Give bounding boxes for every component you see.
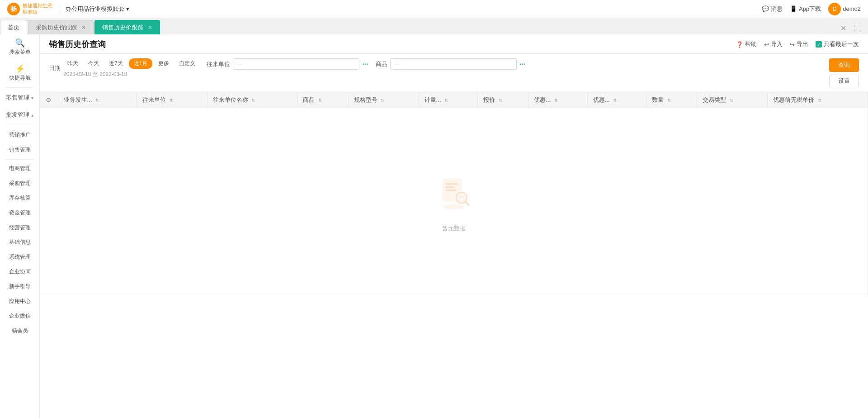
sidebar-item-retail[interactable]: 零售管理 ▾ <box>0 90 39 107</box>
date-filter-group: 昨天 今天 近7天 近1月 更多 自定义 2023-02-18 至 2023-0… <box>63 58 199 78</box>
sidebar-item-sales[interactable]: 销售管理 <box>0 143 39 158</box>
th-qty[interactable]: 数量 ⇅ <box>646 92 697 108</box>
tab-purchase-history[interactable]: 采购历史价跟踪 ✕ <box>28 20 94 34</box>
user-profile[interactable]: D demo2 <box>828 3 861 15</box>
sidebar-divider-3 <box>5 159 34 160</box>
th-price[interactable]: 报价 ⇅ <box>478 92 528 108</box>
th-settings: ⚙ <box>40 92 58 108</box>
logo-icon: 畅 <box>7 3 20 15</box>
sidebar-item-finance[interactable]: 资金管理 <box>0 206 39 221</box>
page-header: 销售历史价查询 ❓ 帮助 ↩ 导入 ↪ 导出 ✓ 只看最后一次 <box>40 34 868 54</box>
sidebar-item-marketing[interactable]: 营销推广 <box>0 128 39 143</box>
th-discount1[interactable]: 优惠... ⇅ <box>528 92 587 108</box>
table-settings-gear-icon[interactable]: ⚙ <box>46 96 52 104</box>
query-button[interactable]: 查询 <box>829 58 859 72</box>
import-button[interactable]: ↩ 导入 <box>764 40 783 48</box>
sidebar-item-cooperation[interactable]: 企业协同 <box>0 265 39 280</box>
sidebar-item-basic[interactable]: 基础信息 <box>0 235 39 250</box>
date-btn-yesterday[interactable]: 昨天 <box>63 58 82 69</box>
th-partner-code[interactable]: 往来单位 ⇅ <box>137 92 207 108</box>
settings-button[interactable]: 设置 <box>829 75 859 87</box>
content-area: 销售历史价查询 ❓ 帮助 ↩ 导入 ↪ 导出 ✓ 只看最后一次 <box>40 34 868 418</box>
chevron-down-icon: ▾ <box>126 5 129 12</box>
date-btn-1month[interactable]: 近1月 <box>129 58 153 69</box>
sidebar-divider-1 <box>5 87 34 88</box>
close-purchase-tab-icon[interactable]: ✕ <box>81 24 86 31</box>
filter-row: 日期 昨天 今天 近7天 近1月 更多 自定义 2023-02-18 至 202… <box>40 54 868 92</box>
message-button[interactable]: 💬 消息 <box>762 5 783 13</box>
topbar-left: 畅 畅捷通好生意 标准版 办公用品行业模拟账套 ▾ <box>7 3 129 15</box>
partner-picker-icon[interactable]: ··· <box>362 60 368 68</box>
sidebar-item-search[interactable]: 🔍 搜索菜单 <box>0 34 39 60</box>
tabs-actions: ✕ ⛶ <box>839 22 868 34</box>
th-biz-date[interactable]: 业务发生... ⇅ <box>58 92 137 108</box>
date-filter-cell: 日期 昨天 今天 近7天 近1月 更多 自定义 2023-02-18 至 202… <box>49 58 199 78</box>
th-trade-type[interactable]: 交易类型 ⇅ <box>697 92 768 108</box>
export-icon: ↪ <box>790 41 795 48</box>
th-spec[interactable]: 规格型号 ⇅ <box>348 92 419 108</box>
sidebar-item-inventory[interactable]: 库存核算 <box>0 191 39 206</box>
svg-point-7 <box>458 195 465 201</box>
logo-text: 畅捷通好生意 标准版 <box>23 3 52 14</box>
date-buttons: 昨天 今天 近7天 近1月 更多 自定义 <box>63 58 199 69</box>
logo-area: 畅 畅捷通好生意 标准版 <box>7 3 52 15</box>
table-header-row: ⚙ 业务发生... ⇅ 往来单位 ⇅ 往来单位名称 ⇅ <box>40 92 868 108</box>
close-all-tabs-button[interactable]: ✕ <box>839 22 848 34</box>
svg-rect-4 <box>445 190 456 191</box>
svg-point-0 <box>444 204 464 209</box>
date-btn-today[interactable]: 今天 <box>84 58 103 69</box>
data-table: ⚙ 业务发生... ⇅ 往来单位 ⇅ 往来单位名称 ⇅ <box>40 92 868 296</box>
partner-input[interactable] <box>233 58 359 70</box>
export-button[interactable]: ↪ 导出 <box>790 40 808 48</box>
sort-icon-discount2: ⇅ <box>613 98 617 103</box>
only-last-checkbox[interactable]: ✓ <box>816 41 822 48</box>
shortcut-icon: ⚡ <box>15 64 25 74</box>
sidebar-item-guide[interactable]: 新手引导 <box>0 280 39 294</box>
th-discount2[interactable]: 优惠... ⇅ <box>587 92 646 108</box>
main-layout: 🔍 搜索菜单 ⚡ 快捷导航 零售管理 ▾ 批发管理 ▴ 营销推广 销售管理 电商… <box>0 34 868 418</box>
sidebar-item-purchase[interactable]: 采购管理 <box>0 176 39 191</box>
goods-picker-icon[interactable]: ··· <box>519 60 525 68</box>
sidebar-item-member[interactable]: 畅会员 <box>0 324 39 339</box>
tab-home[interactable]: 首页 <box>0 20 27 34</box>
sort-icon-goods: ⇅ <box>318 98 322 103</box>
goods-filter-cell: 商品 ··· <box>376 58 525 70</box>
sidebar-item-shortcut[interactable]: ⚡ 快捷导航 <box>0 60 39 86</box>
sidebar-item-system[interactable]: 系统管理 <box>0 250 39 265</box>
empty-state-row: 暂元数据 <box>40 108 868 296</box>
sidebar-item-operations[interactable]: 经营管理 <box>0 221 39 236</box>
th-unit[interactable]: 计量... ⇅ <box>419 92 477 108</box>
sidebar-item-enterprise-wechat[interactable]: 企业微信 <box>0 309 39 324</box>
sidebar-item-ecommerce[interactable]: 电商管理 <box>0 162 39 176</box>
page-title: 销售历史价查询 <box>49 39 106 50</box>
date-btn-custom[interactable]: 自定义 <box>175 58 199 69</box>
sort-icon-unit: ⇅ <box>444 98 448 103</box>
sort-icon-partner-code: ⇅ <box>169 98 173 103</box>
sidebar-item-wholesale[interactable]: 批发管理 ▴ <box>0 107 39 124</box>
only-last-checkbox-label[interactable]: ✓ 只看最后一次 <box>816 40 859 48</box>
tab-sales-history[interactable]: 销售历史价跟踪 ✕ <box>94 20 160 34</box>
sidebar-divider-2 <box>5 126 34 126</box>
sidebar-item-appcenter[interactable]: 应用中心 <box>0 294 39 309</box>
empty-state-text: 暂元数据 <box>442 224 466 233</box>
sidebar: 🔍 搜索菜单 ⚡ 快捷导航 零售管理 ▾ 批发管理 ▴ 营销推广 销售管理 电商… <box>0 34 40 418</box>
message-icon: 💬 <box>762 5 769 12</box>
th-goods[interactable]: 商品 ⇅ <box>297 92 348 108</box>
close-sales-tab-icon[interactable]: ✕ <box>148 24 152 31</box>
th-partner-name[interactable]: 往来单位名称 ⇅ <box>207 92 297 108</box>
fullscreen-button[interactable]: ⛶ <box>852 23 863 34</box>
chevron-down-icon: ▾ <box>31 95 33 100</box>
app-selector[interactable]: 办公用品行业模拟账套 ▾ <box>60 5 129 13</box>
help-button[interactable]: ❓ 帮助 <box>736 40 757 48</box>
action-buttons: 查询 设置 <box>829 58 859 87</box>
goods-input[interactable] <box>390 58 517 70</box>
date-btn-7days[interactable]: 近7天 <box>105 58 127 69</box>
partner-filter-cell: 往来单位 ··· <box>207 58 368 70</box>
th-pretax-price[interactable]: 优惠前无税单价 ⇅ <box>768 92 868 108</box>
app-download-button[interactable]: 📱 App下载 <box>790 5 821 13</box>
topbar-right: 💬 消息 📱 App下载 D demo2 <box>762 3 861 15</box>
svg-rect-3 <box>445 186 454 188</box>
svg-rect-2 <box>445 183 458 185</box>
date-btn-more[interactable]: 更多 <box>154 58 173 69</box>
sort-icon-partner-name: ⇅ <box>251 98 255 103</box>
